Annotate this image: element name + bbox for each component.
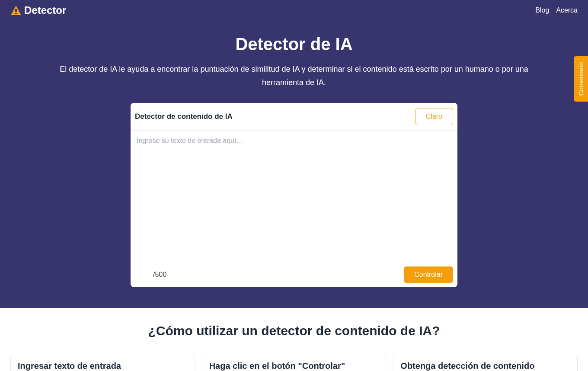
step-card-2: Haga clic en el botón "Controlar" Una ve… — [202, 354, 387, 371]
logo-icon — [10, 6, 22, 15]
hero-content: Detector de IA El detector de IA le ayud… — [0, 21, 588, 298]
feedback-tab[interactable]: Comentario — [574, 56, 588, 102]
step-card-3: Obtenga detección de contenido mediante … — [393, 354, 578, 371]
header: Detector Blog Acerca — [0, 0, 588, 21]
nav-blog[interactable]: Blog — [535, 6, 549, 14]
svg-rect-0 — [15, 9, 17, 12]
step-title: Ingresar texto de entrada — [18, 361, 188, 371]
step-title: Obtenga detección de contenido mediante … — [400, 361, 570, 371]
check-button[interactable]: Controlar — [404, 266, 453, 283]
char-count: /500 — [153, 271, 166, 279]
logo-text: Detector — [24, 4, 66, 16]
textarea-wrapper — [131, 131, 457, 262]
how-to-section: ¿Cómo utilizar un detector de contenido … — [0, 308, 588, 371]
nav-about[interactable]: Acerca — [556, 6, 578, 14]
logo[interactable]: Detector — [10, 4, 66, 16]
step-title: Haga clic en el botón "Controlar" — [209, 361, 379, 371]
card-header: Detector de contenido de IA Claro — [131, 103, 457, 131]
page-title: Detector de IA — [10, 35, 578, 54]
clear-button[interactable]: Claro — [415, 108, 453, 125]
nav: Blog Acerca — [535, 6, 578, 14]
svg-rect-1 — [15, 13, 17, 14]
card-footer: /500 Controlar — [131, 262, 457, 287]
text-input[interactable] — [131, 131, 457, 260]
step-card-1: Ingresar texto de entrada El detector de… — [10, 354, 195, 371]
detector-card: Detector de contenido de IA Claro /500 C… — [131, 103, 457, 287]
card-title: Detector de contenido de IA — [135, 112, 233, 121]
how-to-title: ¿Cómo utilizar un detector de contenido … — [10, 323, 578, 338]
page-subtitle: El detector de IA le ayuda a encontrar l… — [39, 63, 549, 89]
steps-grid: Ingresar texto de entrada El detector de… — [10, 354, 578, 371]
